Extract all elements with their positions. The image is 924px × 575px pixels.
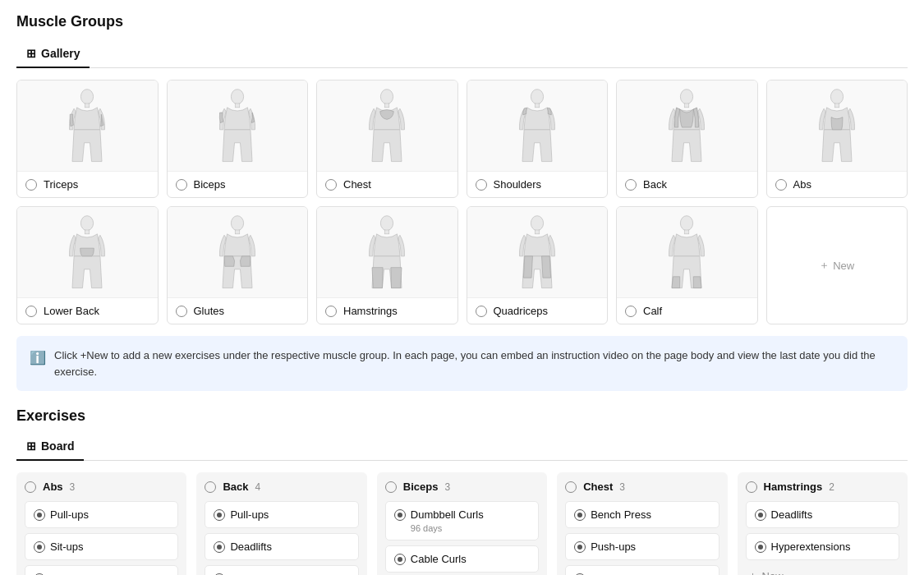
- column-header-biceps: Biceps3: [385, 481, 539, 493]
- muscle-card-quadriceps[interactable]: Quadriceps: [467, 206, 609, 324]
- muscle-radio-calf[interactable]: [625, 306, 637, 317]
- exercise-card[interactable]: Push-ups: [565, 533, 719, 560]
- exercise-card[interactable]: Dumbbell Rows96 days: [205, 565, 358, 575]
- muscle-radio-shoulders[interactable]: [476, 179, 487, 191]
- exercise-dot-icon: [755, 509, 766, 521]
- exercise-days-badge: 96 days: [394, 523, 530, 533]
- muscle-radio-triceps[interactable]: [25, 179, 37, 191]
- muscle-img-chest: [317, 80, 457, 171]
- gallery-tab-bar: ⊞ Gallery: [16, 40, 908, 68]
- muscle-card-chest[interactable]: Chest: [316, 80, 458, 198]
- muscle-card-hamstrings[interactable]: Hamstrings: [316, 206, 458, 324]
- exercise-name-row: Dumbbell Curls: [394, 508, 530, 521]
- info-icon: ℹ️: [30, 348, 46, 380]
- column-count-back: 4: [255, 481, 260, 493]
- exercise-name-text: Pull-ups: [230, 508, 269, 521]
- muscle-name-quadriceps: Quadriceps: [494, 305, 548, 317]
- tab-gallery[interactable]: ⊞ Gallery: [16, 40, 90, 68]
- muscle-name-biceps: Biceps: [194, 178, 226, 191]
- exercise-name-row: Pull-ups: [34, 508, 169, 521]
- exercise-dot-icon: [34, 509, 45, 521]
- exercise-name-row: Deadlifts: [755, 508, 890, 521]
- exercise-dot-icon: [34, 541, 45, 553]
- muscle-name-shoulders: Shoulders: [494, 178, 542, 191]
- muscle-name-lower-back: Lower Back: [44, 305, 99, 317]
- exercise-card[interactable]: Cable Curls: [385, 545, 539, 573]
- board-column-chest: Chest3Bench PressPush-upsDumbbell Flyes＋…: [557, 472, 727, 575]
- exercise-card[interactable]: Deadlifts: [746, 501, 899, 528]
- exercise-name-row: Cable Curls: [394, 553, 530, 565]
- muscle-card-back[interactable]: Back: [616, 80, 758, 198]
- exercise-dot-icon: [574, 509, 586, 521]
- muscle-radio-lower-back[interactable]: [25, 306, 37, 317]
- muscle-img-biceps: [168, 80, 308, 171]
- muscle-card-calf[interactable]: Calf: [616, 206, 758, 324]
- exercise-card[interactable]: Sit-ups: [25, 533, 178, 560]
- muscle-radio-hamstrings[interactable]: [325, 306, 337, 317]
- muscle-radio-biceps[interactable]: [176, 179, 187, 191]
- muscle-card-shoulders[interactable]: Shoulders: [467, 80, 609, 198]
- muscle-name-triceps: Triceps: [44, 178, 78, 191]
- column-radio-hamstrings: [746, 481, 757, 493]
- column-title-hamstrings: Hamstrings: [764, 481, 823, 493]
- muscle-label-shoulders: Shoulders: [467, 171, 608, 197]
- muscle-label-quadriceps: Quadriceps: [467, 297, 608, 324]
- page-title: Muscle Groups: [16, 13, 908, 30]
- exercise-card[interactable]: Bench Press: [565, 501, 719, 528]
- muscle-label-glutes: Glutes: [168, 297, 308, 324]
- muscle-name-calf: Calf: [643, 305, 662, 317]
- exercise-name-text: Deadlifts: [230, 540, 272, 553]
- muscle-label-lower-back: Lower Back: [17, 297, 158, 324]
- add-new-muscle-button[interactable]: ＋New: [766, 206, 908, 324]
- muscle-radio-chest[interactable]: [325, 179, 337, 191]
- muscle-card-biceps[interactable]: Biceps: [167, 80, 309, 198]
- exercise-name-text: Deadlifts: [771, 508, 813, 521]
- column-count-hamstrings: 2: [829, 481, 834, 493]
- exercise-card[interactable]: Bicycle Crunches: [25, 565, 178, 575]
- column-title-chest: Chest: [583, 481, 613, 493]
- exercise-name-row: Sit-ups: [34, 540, 169, 553]
- board-column-hamstrings: Hamstrings2DeadliftsHyperextensions＋New: [738, 472, 908, 575]
- muscle-label-hamstrings: Hamstrings: [317, 297, 457, 324]
- muscle-label-biceps: Biceps: [168, 171, 308, 197]
- muscle-card-abs[interactable]: Abs: [766, 80, 908, 198]
- exercise-name-text: Cable Curls: [411, 553, 467, 565]
- exercise-name-text: Pull-ups: [50, 508, 89, 521]
- exercise-name-text: Bench Press: [591, 508, 651, 521]
- muscle-radio-quadriceps[interactable]: [476, 306, 487, 317]
- muscle-card-glutes[interactable]: Glutes: [167, 206, 309, 324]
- exercise-name-row: Bench Press: [574, 508, 710, 521]
- exercise-card[interactable]: Pull-ups: [205, 501, 358, 528]
- muscle-card-triceps[interactable]: Triceps: [16, 80, 159, 198]
- exercise-card[interactable]: Deadlifts: [205, 533, 358, 560]
- exercise-dot-icon: [394, 554, 406, 565]
- muscle-radio-back[interactable]: [625, 179, 637, 191]
- svg-rect-11: [834, 104, 839, 108]
- svg-rect-15: [235, 230, 240, 234]
- exercise-card[interactable]: Hyperextensions: [746, 533, 899, 560]
- svg-rect-9: [684, 104, 689, 108]
- svg-rect-1: [85, 104, 90, 108]
- exercise-card[interactable]: Pull-ups: [25, 501, 178, 528]
- svg-point-20: [681, 216, 693, 231]
- add-exercise-button-hamstrings[interactable]: ＋New: [746, 565, 899, 575]
- muscle-name-abs: Abs: [793, 178, 811, 191]
- exercise-card[interactable]: Dumbbell Curls96 days: [385, 501, 539, 540]
- exercise-dot-icon: [755, 541, 766, 553]
- svg-point-8: [681, 90, 693, 104]
- info-banner: ℹ️ Click +New to add a new exercises und…: [16, 336, 908, 391]
- muscle-radio-abs[interactable]: [775, 179, 787, 191]
- muscle-radio-glutes[interactable]: [176, 306, 187, 317]
- muscle-img-quadriceps: [467, 207, 608, 297]
- tab-board[interactable]: ⊞ Board: [16, 433, 84, 461]
- column-radio-biceps: [385, 481, 397, 493]
- muscle-img-lower-back: [17, 207, 158, 297]
- exercises-board: Abs3Pull-upsSit-upsBicycle Crunches＋NewB…: [16, 472, 908, 575]
- muscle-card-lower-back[interactable]: Lower Back: [16, 206, 159, 324]
- exercise-card[interactable]: Dumbbell Flyes: [565, 565, 719, 575]
- muscle-label-abs: Abs: [767, 171, 908, 197]
- column-title-biceps: Biceps: [403, 481, 439, 493]
- board-tab-bar: ⊞ Board: [16, 433, 908, 461]
- muscle-img-triceps: [17, 80, 158, 171]
- muscle-name-chest: Chest: [343, 178, 371, 191]
